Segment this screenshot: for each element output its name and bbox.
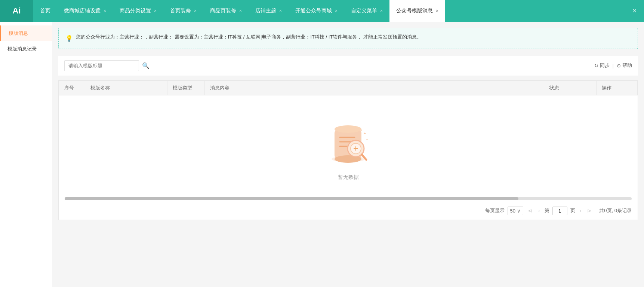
table-header: 序号 模版名称 模版类型 消息内容 状态 操作 <box>59 80 638 95</box>
pagination-bar: 每页显示 50 ∨ ⊲ ‹ 第 页 › ⊳ 共0页, 0条记录 <box>59 202 638 220</box>
sidebar: 模版消息 模版消息记录 <box>0 22 52 287</box>
help-label: 帮助 <box>622 62 632 69</box>
top-nav: Ai 首页 微商城店铺设置 × 商品分类设置 × 首页装修 × 商品页装修 × … <box>0 0 644 22</box>
nav-tab-home[interactable]: 首页 <box>33 0 57 22</box>
nav-tab-custom-menu-close[interactable]: × <box>380 8 383 13</box>
nav-tab-home-decor-close[interactable]: × <box>194 8 197 13</box>
svg-text:✦: ✦ <box>366 138 368 141</box>
svg-point-2 <box>335 125 361 133</box>
nav-tab-template-msg[interactable]: 公众号模版消息 × <box>389 0 445 22</box>
empty-state-cell: ✦ ✦ ✦ 暂无数据 <box>59 95 638 196</box>
empty-state: ✦ ✦ ✦ 暂无数据 <box>59 95 638 196</box>
col-type: 模版类型 <box>167 80 205 95</box>
nav-tab-shop-settings-close[interactable]: × <box>104 8 106 13</box>
current-page-input[interactable] <box>552 207 567 215</box>
divider: | <box>613 63 614 68</box>
notice-box: 💡 您的公众号行业为：主营行业：，副营行业： 需要设置为：主营行业：IT科技 /… <box>58 28 638 49</box>
scrollbar-track[interactable] <box>65 197 632 200</box>
nav-tab-category-settings[interactable]: 商品分类设置 × <box>113 0 163 22</box>
col-status: 状态 <box>544 80 597 95</box>
prev-page-button[interactable]: ‹ <box>537 207 542 214</box>
per-page-value: 50 <box>510 208 515 214</box>
next-page-button[interactable]: › <box>578 207 583 214</box>
nav-tab-product-decor-label: 商品页装修 <box>210 7 236 14</box>
nav-tab-category-settings-close[interactable]: × <box>154 8 157 13</box>
col-name: 模版名称 <box>85 80 167 95</box>
last-page-button[interactable]: ⊳ <box>586 207 593 214</box>
sync-label: 同步 <box>600 62 610 69</box>
col-action: 操作 <box>597 80 638 95</box>
sidebar-item-template-msg[interactable]: 模版消息 <box>0 25 52 41</box>
nav-tab-open-mall-label: 开通公众号商城 <box>295 7 332 14</box>
search-left: 🔍 <box>64 60 150 71</box>
nav-tab-home-decor-label: 首页装修 <box>170 7 191 14</box>
per-page-dropdown-icon: ∨ <box>517 208 521 214</box>
nav-tab-open-mall-close[interactable]: × <box>335 8 338 13</box>
horizontal-scrollbar[interactable] <box>59 196 638 202</box>
nav-tab-shop-settings[interactable]: 微商城店铺设置 × <box>57 0 113 22</box>
notice-highlight: 需要设置为：主营行业：IT科技 / 互联网|电子商务，副营行业：IT科技 / I… <box>175 34 362 40</box>
sidebar-item-template-msg-label: 模版消息 <box>9 30 28 36</box>
scrollbar-thumb[interactable] <box>65 197 518 200</box>
empty-state-row: ✦ ✦ ✦ 暂无数据 <box>59 95 638 196</box>
search-right: ↻ 同步 | ⊙ 帮助 <box>594 62 632 69</box>
sidebar-item-template-record-label: 模版消息记录 <box>7 46 37 52</box>
nav-tab-product-decor-close[interactable]: × <box>239 8 242 13</box>
notice-text-suffix: 才能正常发送预置的消息。 <box>363 34 422 40</box>
data-table-wrapper: 序号 模版名称 模版类型 消息内容 状态 操作 <box>58 80 638 220</box>
main-layout: 模版消息 模版消息记录 💡 您的公众号行业为：主营行业：，副营行业： 需要设置为… <box>0 22 644 287</box>
col-content: 消息内容 <box>205 80 544 95</box>
table-body: ✦ ✦ ✦ 暂无数据 <box>59 95 638 196</box>
svg-text:✦: ✦ <box>363 131 366 135</box>
search-button[interactable]: 🔍 <box>142 62 150 69</box>
col-index: 序号 <box>59 80 85 95</box>
search-icon: 🔍 <box>142 62 150 69</box>
search-input[interactable] <box>64 60 139 71</box>
empty-illustration: ✦ ✦ ✦ <box>324 118 373 167</box>
nav-tab-shop-theme-label: 店铺主题 <box>255 7 276 14</box>
data-table: 序号 模版名称 模版类型 消息内容 状态 操作 <box>59 80 638 196</box>
svg-text:✦: ✦ <box>361 129 363 131</box>
notice-text-prefix: 您的公众号行业为：主营行业：，副营行业： <box>76 34 173 40</box>
nav-tab-category-settings-label: 商品分类设置 <box>120 7 151 14</box>
nav-tab-open-mall[interactable]: 开通公众号商城 × <box>289 0 344 22</box>
sync-button[interactable]: ↻ 同步 <box>594 62 610 69</box>
app-logo: Ai <box>0 0 33 22</box>
nav-tab-shop-theme[interactable]: 店铺主题 × <box>249 0 289 22</box>
nav-tab-template-msg-close[interactable]: × <box>436 8 438 13</box>
sync-icon: ↻ <box>594 63 598 68</box>
page-unit: 页 <box>570 207 575 214</box>
nav-tab-home-label: 首页 <box>40 7 50 14</box>
page-label: 第 <box>545 207 549 214</box>
notice-icon: 💡 <box>65 34 73 43</box>
notice-text: 您的公众号行业为：主营行业：，副营行业： 需要设置为：主营行业：IT科技 / 互… <box>76 33 422 41</box>
nav-tab-template-msg-label: 公众号模版消息 <box>396 7 433 14</box>
nav-tab-shop-settings-label: 微商城店铺设置 <box>64 7 101 14</box>
nav-tab-custom-menu[interactable]: 自定义菜单 × <box>344 0 389 22</box>
total-info: 共0页, 0条记录 <box>599 207 632 214</box>
nav-tab-custom-menu-label: 自定义菜单 <box>351 7 377 14</box>
per-page-label: 每页显示 <box>485 207 505 214</box>
nav-close-all-button[interactable]: × <box>625 7 644 15</box>
first-page-button[interactable]: ⊲ <box>526 207 534 214</box>
per-page-select[interactable]: 50 ∨ <box>508 207 523 215</box>
nav-tab-shop-theme-close[interactable]: × <box>279 8 282 13</box>
content-area: 💡 您的公众号行业为：主营行业：，副营行业： 需要设置为：主营行业：IT科技 /… <box>52 22 644 287</box>
search-bar: 🔍 ↻ 同步 | ⊙ 帮助 <box>58 56 638 76</box>
help-icon: ⊙ <box>617 63 621 68</box>
nav-tab-product-decor[interactable]: 商品页装修 × <box>203 0 249 22</box>
table-header-row: 序号 模版名称 模版类型 消息内容 状态 操作 <box>59 80 638 95</box>
help-button[interactable]: ⊙ 帮助 <box>617 62 632 69</box>
empty-text: 暂无数据 <box>338 174 359 181</box>
sidebar-item-template-record[interactable]: 模版消息记录 <box>0 41 52 57</box>
nav-tab-home-decor[interactable]: 首页装修 × <box>163 0 203 22</box>
